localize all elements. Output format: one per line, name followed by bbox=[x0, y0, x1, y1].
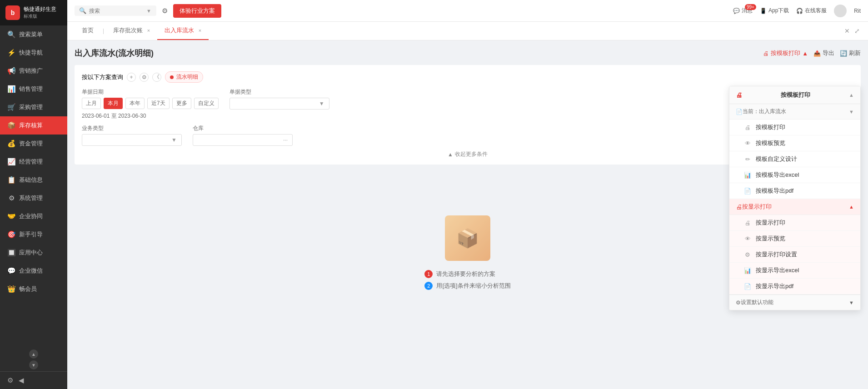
tab-flow[interactable]: 出入库流水 × bbox=[157, 22, 209, 40]
message-btn[interactable]: 💬 消息 99+ bbox=[733, 7, 753, 15]
sidebar-item-label-marketing: 营销推广 bbox=[19, 67, 43, 75]
print-chevron-icon: ▲ bbox=[802, 50, 808, 57]
filter-date-group: 单据日期 上月 本月 本年 近7天 更多 自定义 2023-06-01 至 20… bbox=[82, 88, 219, 120]
dropdown-template-pdf[interactable]: 📄 按模板导出pdf bbox=[729, 183, 860, 199]
sidebar-item-inventory[interactable]: 📦 库存核算 bbox=[0, 116, 67, 135]
template-print-label: 按模板打印 bbox=[756, 123, 785, 131]
dropdown-display-excel[interactable]: 📊 按显示导出excel bbox=[729, 263, 860, 279]
dropdown-display-pdf[interactable]: 📄 按显示导出pdf bbox=[729, 279, 860, 294]
sidebar-item-search[interactable]: 🔍 搜索菜单 bbox=[0, 25, 67, 44]
footer-label: 设置默认功能 bbox=[741, 299, 773, 306]
filter-biz-group: 业务类型 ▼ bbox=[82, 125, 182, 146]
dropdown-current-chevron-icon[interactable]: ▼ bbox=[849, 109, 854, 115]
username: Rit bbox=[854, 8, 861, 14]
trial-btn[interactable]: 体验行业方案 bbox=[173, 4, 221, 18]
dropdown-template-print[interactable]: 🖨 按模板打印 bbox=[729, 120, 860, 135]
dropdown-header-chevron-icon[interactable]: ▲ bbox=[849, 92, 854, 98]
page-title: 出入库流水(流水明细) bbox=[75, 48, 154, 59]
sidebar-item-finance[interactable]: 💰 资金管理 bbox=[0, 135, 67, 153]
collapse-more-btn[interactable]: ▲ 收起更多条件 bbox=[448, 150, 488, 158]
sidebar-item-label-guide: 新手引导 bbox=[19, 230, 43, 239]
filter-setting-btn[interactable]: ⚙ bbox=[140, 73, 149, 82]
collapse-icon[interactable]: ◀ bbox=[19, 376, 24, 384]
headset-icon: 🎧 bbox=[796, 8, 803, 14]
topbar-gear-icon[interactable]: ⚙ bbox=[162, 7, 168, 15]
sidebar-item-marketing[interactable]: 📢 营销推广 bbox=[0, 62, 67, 80]
window-maximize-btn[interactable]: ⤢ bbox=[853, 27, 861, 35]
sidebar-item-operations[interactable]: 📈 经营管理 bbox=[0, 153, 67, 171]
tab-flow-close[interactable]: × bbox=[199, 28, 201, 33]
wechat-icon: 💬 bbox=[7, 267, 15, 275]
online-service-label: 在线客服 bbox=[805, 7, 827, 15]
filter-biz-select[interactable]: ▼ bbox=[82, 134, 182, 146]
dropdown-display-print[interactable]: 🖨 按显示打印 bbox=[729, 215, 860, 231]
sidebar-item-quick-nav[interactable]: ⚡ 快捷导航 bbox=[0, 44, 67, 62]
tip-num-2: 2 bbox=[424, 282, 433, 290]
sidebar-item-wechat[interactable]: 💬 企业微信 bbox=[0, 262, 67, 280]
search-icon: 🔍 bbox=[79, 7, 86, 14]
operations-icon: 📈 bbox=[7, 158, 15, 166]
sidebar-scroll-up[interactable]: ▲ bbox=[29, 349, 38, 359]
print-btn[interactable]: 🖨 按模板打印 ▲ bbox=[763, 49, 808, 57]
tab-inventory-batch[interactable]: 库存批次账 × bbox=[106, 22, 157, 40]
tab-inventory-batch-close[interactable]: × bbox=[147, 28, 150, 33]
display-print-icon: 🖨 bbox=[744, 219, 751, 226]
empty-tip-1: 1 请先选择要分析的方案 bbox=[424, 268, 510, 280]
display-excel-icon: 📊 bbox=[744, 267, 751, 274]
filter-collapse-btn[interactable]: 《 bbox=[152, 73, 161, 82]
sidebar-item-label-quick-nav: 快捷导航 bbox=[19, 49, 43, 57]
filter-warehouse-label: 仓库 bbox=[193, 125, 293, 132]
avatar[interactable] bbox=[834, 5, 847, 17]
sidebar-item-sales[interactable]: 📊 销售管理 bbox=[0, 80, 67, 98]
page-actions: 🖨 按模板打印 ▲ 📤 导出 🔄 刷新 bbox=[763, 49, 861, 57]
window-close-btn[interactable]: ✕ bbox=[843, 27, 851, 35]
template-pdf-label: 按模板导出pdf bbox=[756, 187, 793, 195]
print-label: 按模板打印 bbox=[771, 49, 800, 57]
footer-chevron-icon: ▼ bbox=[849, 300, 854, 305]
export-btn[interactable]: 📤 导出 bbox=[813, 49, 834, 57]
date-btn-last-7[interactable]: 近7天 bbox=[147, 98, 170, 109]
dropdown-display-section-header[interactable]: 🖨 按显示打印 ▲ bbox=[729, 199, 860, 215]
dropdown-footer[interactable]: ⚙ 设置默认功能 ▼ bbox=[729, 294, 860, 310]
sidebar-item-member[interactable]: 👑 畅会员 bbox=[0, 280, 67, 298]
date-btn-more[interactable]: 更多 bbox=[172, 98, 191, 109]
filter-warehouse-group: 仓库 ··· bbox=[193, 125, 293, 146]
display-preview-icon: 👁 bbox=[744, 235, 751, 242]
sidebar-scroll-down[interactable]: ▼ bbox=[29, 360, 38, 369]
dropdown-display-settings[interactable]: ⚙ 按显示打印设置 bbox=[729, 247, 860, 263]
dropdown-template-preview[interactable]: 👁 按模板预览 bbox=[729, 135, 860, 151]
biz-chevron-icon: ▼ bbox=[171, 137, 177, 143]
filter-doctype-select[interactable]: ▼ bbox=[229, 98, 329, 110]
refresh-icon: 🔄 bbox=[840, 50, 847, 57]
filter-tag[interactable]: 流水明细 bbox=[165, 71, 203, 83]
dropdown-display-preview[interactable]: 👁 按显示预览 bbox=[729, 231, 860, 247]
date-btn-last-month[interactable]: 上月 bbox=[82, 98, 101, 109]
dropdown-current-section: 📄 当前：出入库流水 ▼ bbox=[729, 104, 860, 120]
page-title-row: 出入库流水(流水明细) 🖨 按模板打印 ▲ 📤 导出 🔄 刷新 bbox=[75, 48, 861, 59]
sidebar-item-system[interactable]: ⚙ 系统管理 bbox=[0, 189, 67, 207]
refresh-btn[interactable]: 🔄 刷新 bbox=[840, 49, 861, 57]
search-chevron-icon[interactable]: ▼ bbox=[146, 8, 151, 14]
online-service-btn[interactable]: 🎧 在线客服 bbox=[796, 7, 827, 15]
sidebar-item-basic[interactable]: 📋 基础信息 bbox=[0, 171, 67, 189]
tab-home[interactable]: 首页 bbox=[75, 22, 101, 40]
filter-add-btn[interactable]: + bbox=[127, 73, 136, 82]
sidebar-item-appcenter[interactable]: 🔲 应用中心 bbox=[0, 244, 67, 262]
search-input[interactable] bbox=[89, 8, 144, 14]
display-section-icon: 🖨 bbox=[736, 203, 742, 210]
date-btn-custom[interactable]: 自定义 bbox=[194, 98, 219, 109]
dropdown-template-custom[interactable]: ✏ 模板自定义设计 bbox=[729, 151, 860, 167]
pdf-template-icon: 📄 bbox=[744, 188, 751, 194]
sidebar-item-collab[interactable]: 🤝 企业协同 bbox=[0, 207, 67, 225]
date-btn-this-year[interactable]: 本年 bbox=[125, 98, 145, 109]
date-btn-this-month[interactable]: 本月 bbox=[104, 98, 123, 109]
sidebar-item-guide[interactable]: 🎯 新手引导 bbox=[0, 225, 67, 244]
sidebar-item-label-operations: 经营管理 bbox=[19, 158, 43, 166]
settings-icon[interactable]: ⚙ bbox=[7, 376, 13, 384]
app-download-btn[interactable]: 📱 App下载 bbox=[760, 7, 789, 15]
dropdown-template-excel[interactable]: 📊 按模板导出excel bbox=[729, 167, 860, 183]
filter-warehouse-select[interactable]: ··· bbox=[193, 134, 293, 146]
phone-icon: 📱 bbox=[760, 8, 767, 14]
sidebar-item-purchase[interactable]: 🛒 采购管理 bbox=[0, 98, 67, 116]
topbar-search-box[interactable]: 🔍 ▼ bbox=[75, 5, 156, 16]
